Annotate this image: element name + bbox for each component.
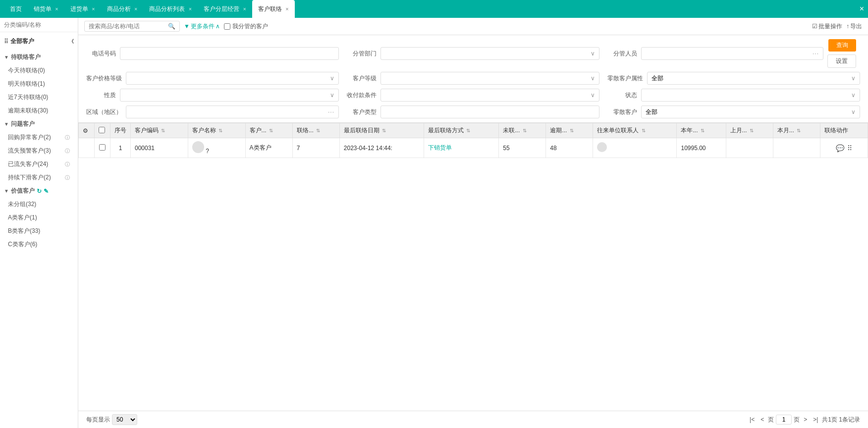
- sidebar-item-class-b[interactable]: B类客户(33): [0, 224, 78, 238]
- sidebar-item-today[interactable]: 今天待联络(0): [0, 64, 78, 77]
- col-gear[interactable]: ⚙: [79, 123, 95, 138]
- batch-op-btn[interactable]: ☑ 批量操作: [812, 22, 842, 31]
- close-tab-customer-tier[interactable]: ×: [243, 6, 246, 12]
- sidebar-item-warning[interactable]: 流失预警客户(3) ⓘ: [0, 144, 78, 158]
- first-page-btn[interactable]: |<: [748, 415, 757, 424]
- row-this-year: 10995.00: [677, 138, 726, 158]
- sidebar-item-lost[interactable]: 已流失客户(24) ⓘ: [0, 158, 78, 171]
- filter-input-payment[interactable]: ∨: [380, 89, 599, 102]
- filter-input-cust-type[interactable]: [380, 106, 599, 118]
- row-select-checkbox[interactable]: [99, 144, 106, 151]
- col-this-year[interactable]: 本年... ⇅: [677, 123, 726, 138]
- filter-input-scatter-attr[interactable]: 全部 ∨: [647, 72, 860, 85]
- toolbar-filter-btn[interactable]: ▼ 更多条件 ∧: [184, 22, 220, 31]
- filter-input-phone[interactable]: [120, 47, 339, 60]
- filter-input-scatter[interactable]: 全部 ∨: [641, 106, 860, 118]
- pagination-per-page: 每页显示 50 100 200: [86, 414, 137, 425]
- sidebar-search-input[interactable]: [4, 21, 78, 28]
- filter-input-nature[interactable]: ∨: [120, 89, 339, 102]
- col-code[interactable]: 客户编码 ⇅: [131, 123, 188, 138]
- qr-icon[interactable]: ⠿: [847, 144, 852, 152]
- sidebar-item-overdue[interactable]: 逾期未联络(30): [0, 104, 78, 117]
- col-name[interactable]: 客户名称 ⇅: [188, 123, 245, 138]
- nav-tab-sales[interactable]: 销货单 ×: [28, 0, 64, 18]
- dots-icon: ···: [813, 50, 819, 57]
- filter-row-nature: 性质 ∨: [86, 89, 339, 102]
- chat-icon[interactable]: 💬: [836, 144, 844, 152]
- my-customers-checkbox[interactable]: [224, 23, 230, 30]
- close-tab-analysis[interactable]: ×: [134, 6, 137, 12]
- sort-icon: ⇅: [218, 128, 222, 133]
- page-number-input[interactable]: [776, 415, 792, 425]
- filter-label-price-level: 客户价格等级: [86, 74, 122, 83]
- sidebar-group-pending[interactable]: ▼ 待联络客户: [0, 51, 78, 64]
- close-all-tabs[interactable]: ×: [860, 4, 864, 13]
- nav-tab-analysis-list[interactable]: 商品分析列表 ×: [143, 0, 198, 18]
- col-type[interactable]: 客户... ⇅: [245, 123, 292, 138]
- sidebar-all-customers[interactable]: ⠿ 全部客户 《: [0, 34, 78, 49]
- row-last-method[interactable]: 下销货单: [424, 138, 498, 158]
- prev-page-btn[interactable]: <: [759, 415, 766, 424]
- nav-tab-analysis[interactable]: 商品分析 ×: [101, 0, 144, 18]
- sidebar-item-tomorrow[interactable]: 明天待联络(1): [0, 77, 78, 91]
- close-tab-purchase[interactable]: ×: [92, 6, 95, 12]
- collapse-icon[interactable]: 《: [69, 38, 74, 45]
- col-liaison[interactable]: 往来单位联系人 ⇅: [593, 123, 677, 138]
- sidebar-item-class-a[interactable]: A类客户(1): [0, 211, 78, 224]
- col-contact-count[interactable]: 联络... ⇅: [292, 123, 339, 138]
- dots-icon: ···: [328, 108, 334, 115]
- filter-input-status[interactable]: ∨: [641, 89, 860, 102]
- setting-button[interactable]: 设置: [827, 54, 856, 68]
- edit-icon[interactable]: ✎: [44, 188, 49, 195]
- nav-tab-customer-tier[interactable]: 客户分层经营 ×: [198, 0, 252, 18]
- filter-input-region[interactable]: ···: [126, 106, 339, 118]
- per-page-select[interactable]: 50 100 200: [112, 414, 137, 425]
- next-page-btn[interactable]: >: [802, 415, 809, 424]
- filter-row-phone: 电话号码: [86, 39, 339, 68]
- col-checkbox[interactable]: [95, 123, 110, 138]
- sidebar-item-class-c[interactable]: C类客户(6): [0, 238, 78, 251]
- last-page-btn[interactable]: >|: [811, 415, 820, 424]
- col-uncontact[interactable]: 未联... ⇅: [499, 123, 546, 138]
- refresh-icon[interactable]: ↻: [37, 188, 42, 195]
- filter-input-manager[interactable]: ···: [641, 47, 823, 60]
- filter-label-phone: 电话号码: [86, 50, 116, 58]
- col-last-method[interactable]: 最后联络方式 ⇅: [424, 123, 498, 138]
- filter-input-dept[interactable]: ∨: [380, 47, 599, 60]
- grid-icon: ⠿: [4, 38, 8, 45]
- sidebar-group-problem[interactable]: ▼ 问题客户: [0, 117, 78, 131]
- nav-tab-purchase[interactable]: 进货单 ×: [64, 0, 101, 18]
- chevron-down-icon: ∨: [330, 75, 334, 82]
- sidebar-group-value[interactable]: ▼ 价值客户 ↻ ✎: [0, 184, 78, 198]
- row-checkbox[interactable]: [95, 138, 110, 158]
- close-tab-sales[interactable]: ×: [55, 6, 58, 12]
- row-actions: 💬 ⠿: [820, 138, 868, 158]
- sidebar-item-declining[interactable]: 持续下滑客户(2) ⓘ: [0, 171, 78, 184]
- nav-home[interactable]: 首页: [4, 0, 28, 18]
- toolbar-my-customers[interactable]: 我分管的客户: [224, 22, 268, 31]
- filter-panel: 电话号码 分管部门 ∨ 分管人员 ··· 查询 设置: [78, 35, 868, 123]
- col-overdue[interactable]: 逾期... ⇅: [546, 123, 593, 138]
- sidebar-item-abnormal[interactable]: 回购异常客户(2) ⓘ: [0, 131, 78, 144]
- col-last-date[interactable]: 最后联络日期 ⇅: [339, 123, 424, 138]
- filter-input-price-level[interactable]: ∨: [126, 72, 339, 85]
- nav-tab-customer-contact[interactable]: 客户联络 ×: [252, 0, 295, 18]
- col-last-month[interactable]: 上月... ⇅: [726, 123, 773, 138]
- export-btn[interactable]: ↑ 导出: [846, 22, 862, 31]
- sidebar-item-7days[interactable]: 近7天待联络(0): [0, 91, 78, 104]
- toolbar-search-box[interactable]: 🔍: [84, 21, 180, 32]
- table-row: 1 000031 ? A类客户 7 2023-04-12 14:44: 下销货单…: [79, 138, 868, 158]
- query-button[interactable]: 查询: [828, 39, 856, 52]
- close-tab-analysis-list[interactable]: ×: [189, 6, 192, 12]
- col-this-month[interactable]: 本月... ⇅: [773, 123, 820, 138]
- sort-icon: ⇅: [642, 128, 646, 133]
- col-actions: 联络动作: [820, 123, 868, 138]
- toolbar-search-input[interactable]: [89, 23, 168, 30]
- close-tab-customer-contact[interactable]: ×: [285, 6, 288, 12]
- select-all-checkbox[interactable]: [99, 127, 105, 133]
- filter-input-cust-level[interactable]: ∨: [380, 72, 599, 85]
- filter-row-scatter: 零散客户 全部 ∨: [607, 106, 860, 118]
- toolbar-search-icon[interactable]: 🔍: [168, 23, 175, 30]
- sidebar-item-unclassified[interactable]: 未分组(32): [0, 198, 78, 211]
- last-method-link[interactable]: 下销货单: [428, 144, 452, 151]
